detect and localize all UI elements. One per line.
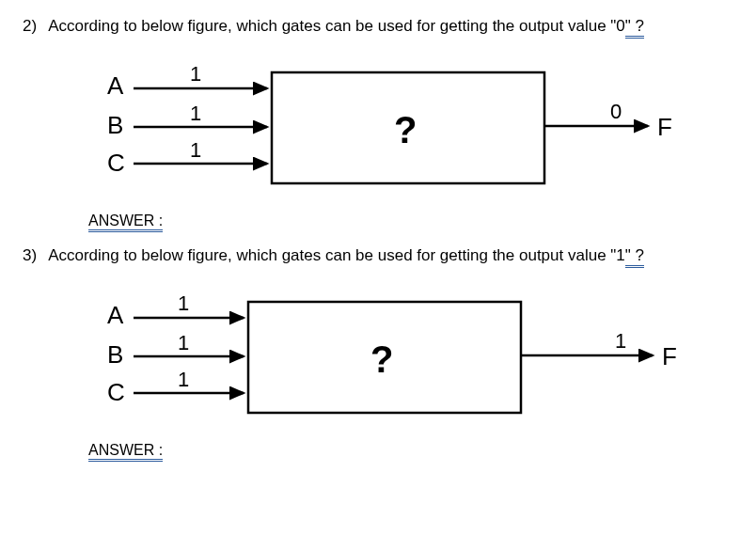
question-text: According to below figure, which gates c… [48,246,733,265]
input-c-label: C [107,149,125,177]
question-2-diagram: A B C 1 1 1 ? 0 F [88,49,733,209]
gate-question-mark: ? [370,338,393,380]
question-3-answer-label: ANSWER : [88,442,733,459]
input-a-value: 1 [178,291,189,315]
input-b-value: 1 [178,331,189,354]
input-b-label: B [107,111,123,139]
question-2: 2) According to below figure, which gate… [23,17,733,229]
output-value: 0 [610,100,622,123]
question-number: 2) [23,17,37,36]
question-3-header: 3) According to below figure, which gate… [23,246,733,265]
gate-question-mark: ? [394,109,417,150]
input-c-value: 1 [190,138,201,162]
output-label: F [662,342,677,370]
output-value: 1 [615,329,626,353]
question-2-answer-label: ANSWER : [88,213,733,229]
question-2-header: 2) According to below figure, which gate… [23,17,733,36]
question-3-diagram: A B C 1 1 1 ? 1 F [88,278,733,438]
input-a-label: A [107,301,124,329]
input-c-label: C [107,378,125,406]
input-b-label: B [107,340,123,369]
input-b-value: 1 [190,102,201,125]
question-text: According to below figure, which gates c… [48,17,733,36]
input-a-value: 1 [190,62,201,86]
question-3: 3) According to below figure, which gate… [23,246,733,459]
question-number: 3) [23,246,37,265]
output-label: F [657,113,672,141]
input-c-value: 1 [178,368,189,391]
input-a-label: A [107,71,124,100]
